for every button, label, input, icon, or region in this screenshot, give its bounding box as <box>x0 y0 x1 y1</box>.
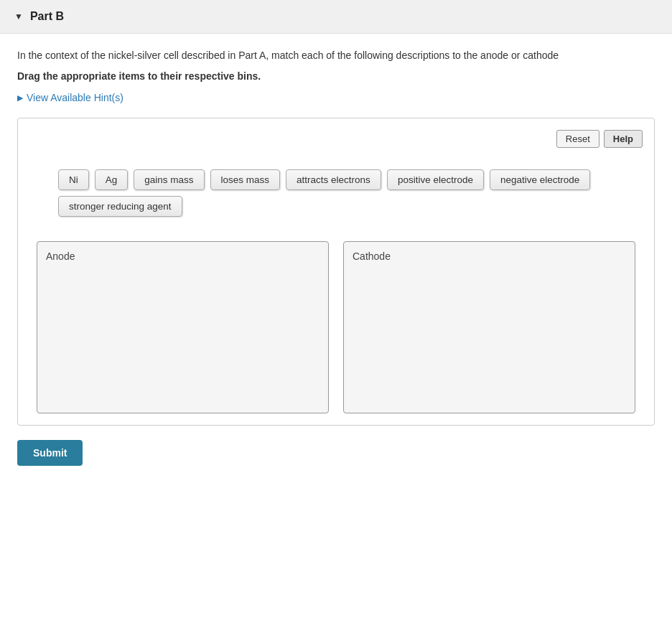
drop-zone-label-cathode: Cathode <box>353 250 626 262</box>
toolbar: Reset Help <box>29 130 643 148</box>
drag-item-stronger-reducing-agent[interactable]: stronger reducing agent <box>58 196 182 217</box>
part-title: Part B <box>30 10 64 23</box>
collapse-chevron[interactable]: ▼ <box>14 11 23 22</box>
drop-zones-area: AnodeCathode <box>29 241 643 413</box>
description-text: In the context of the nickel-silver cell… <box>17 48 655 63</box>
content-area: In the context of the nickel-silver cell… <box>0 34 672 480</box>
instruction-text: Drag the appropriate items to their resp… <box>17 70 655 82</box>
part-header: ▼ Part B <box>0 0 672 34</box>
drag-item-positive-electrode[interactable]: positive electrode <box>387 169 484 190</box>
help-button[interactable]: Help <box>604 130 643 148</box>
draggable-items-area: NiAggains massloses massattracts electro… <box>29 162 643 224</box>
drag-item-ni[interactable]: Ni <box>58 169 89 190</box>
drop-zone-label-anode: Anode <box>46 250 319 262</box>
submit-button[interactable]: Submit <box>17 440 83 466</box>
hint-arrow: ▶ <box>17 93 23 103</box>
drag-item-negative-electrode[interactable]: negative electrode <box>490 169 590 190</box>
reset-button[interactable]: Reset <box>556 130 599 148</box>
drop-zone-anode[interactable]: Anode <box>37 241 329 413</box>
drop-zone-cathode[interactable]: Cathode <box>343 241 635 413</box>
hint-label: View Available Hint(s) <box>27 92 123 103</box>
drag-drop-container: Reset Help NiAggains massloses massattra… <box>17 118 655 426</box>
drag-item-ag[interactable]: Ag <box>95 169 129 190</box>
drag-item-loses-mass[interactable]: loses mass <box>210 169 281 190</box>
hint-link[interactable]: ▶ View Available Hint(s) <box>17 92 655 103</box>
drag-item-attracts-electrons[interactable]: attracts electrons <box>286 169 381 190</box>
drag-item-gains-mass[interactable]: gains mass <box>134 169 204 190</box>
